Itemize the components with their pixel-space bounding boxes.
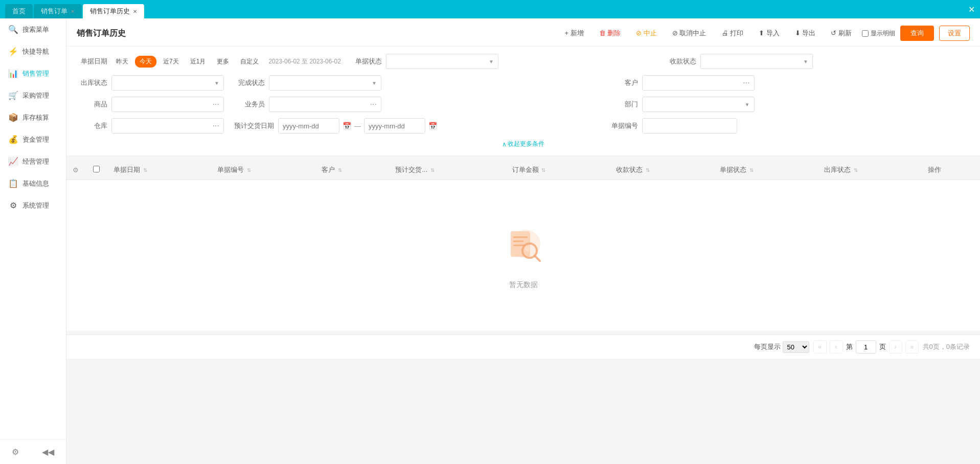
complete-status-select[interactable]: ▼ <box>269 75 381 91</box>
sidebar-item-basic-info-label: 基础信息 <box>22 179 49 188</box>
sidebar-collapse-icon[interactable]: ◀◀ <box>39 444 57 460</box>
new-button[interactable]: + 新增 <box>559 26 588 40</box>
query-button[interactable]: 查询 <box>900 26 934 41</box>
filter-row-3: 商品 ··· 业务员 ··· 部门 <box>77 97 970 112</box>
tab-home-label: 首页 <box>12 7 26 16</box>
date-from-input[interactable] <box>278 118 339 134</box>
page-title: 销售订单历史 <box>77 28 126 39</box>
pill-custom[interactable]: 自定义 <box>236 56 263 68</box>
settings-button[interactable]: 设置 <box>939 26 970 41</box>
collapse-button[interactable]: ∧ 收起更多条件 <box>77 140 970 148</box>
table-header: ⚙ 单据日期 ⇅ 单据编号 ⇅ <box>66 160 980 180</box>
sidebar-item-purchase-mgmt[interactable]: 🛒 采购管理 <box>0 84 66 106</box>
sidebar-bottom: ⚙ ◀◀ <box>0 439 66 464</box>
product-select[interactable]: ··· <box>111 97 224 112</box>
sort-payment-icon[interactable]: ⇅ <box>646 167 650 173</box>
filter-item-order-number: 单据编号 <box>607 118 970 134</box>
last-page-button[interactable]: » <box>905 340 919 353</box>
window-close-icon[interactable]: ✕ <box>968 5 975 14</box>
salesperson-dots[interactable]: ··· <box>370 100 377 109</box>
sidebar-item-operations[interactable]: 📈 经营管理 <box>0 150 66 172</box>
sort-customer-icon[interactable]: ⇅ <box>338 167 342 173</box>
export-button[interactable]: ⬇ 导出 <box>790 26 821 40</box>
sidebar-item-quick-nav[interactable]: ⚡ 快捷导航 <box>0 40 66 62</box>
sort-number-icon[interactable]: ⇅ <box>247 167 251 173</box>
empty-state: 暂无数据 <box>66 180 980 330</box>
col-delivery-status: 出库状态 ⇅ <box>818 160 922 180</box>
sidebar-item-system-mgmt[interactable]: ⚙ 系统管理 <box>0 194 66 216</box>
order-status-chevron: ▼ <box>489 59 494 64</box>
pill-today[interactable]: 今天 <box>135 56 156 68</box>
department-select[interactable]: ▼ <box>642 97 755 112</box>
quick-nav-icon: ⚡ <box>8 47 18 56</box>
delete-button[interactable]: 🗑 删除 <box>594 26 626 40</box>
display-columns-checkbox[interactable] <box>862 30 869 37</box>
payment-status-select[interactable]: ▼ <box>700 54 813 69</box>
filter-row-2: 出库状态 ▼ 完成状态 ▼ 客户 <box>77 75 970 91</box>
data-table: ⚙ 单据日期 ⇅ 单据编号 ⇅ <box>66 160 980 330</box>
warehouse-select[interactable]: ··· <box>111 118 224 134</box>
refresh-button[interactable]: ↺ 刷新 <box>826 26 857 40</box>
sort-delivery-status-icon[interactable]: ⇅ <box>854 167 858 173</box>
product-dots[interactable]: ··· <box>213 100 219 109</box>
sidebar-item-inventory[interactable]: 📦 库存核算 <box>0 106 66 128</box>
warehouse-label: 仓库 <box>77 121 107 130</box>
pill-7days[interactable]: 近7天 <box>158 56 184 68</box>
sidebar-item-basic-info[interactable]: 📋 基础信息 <box>0 172 66 194</box>
tab-sales-order-history-label: 销售订单历史 <box>90 7 130 16</box>
sidebar-item-finance[interactable]: 💰 资金管理 <box>0 128 66 150</box>
tab-home[interactable]: 首页 <box>5 4 33 18</box>
salesperson-select[interactable]: ··· <box>269 97 381 112</box>
date-from-calendar-icon[interactable]: 📅 <box>343 122 351 130</box>
complete-status-label: 完成状态 <box>234 78 265 87</box>
col-date: 单据日期 ⇅ <box>107 160 211 180</box>
pill-more[interactable]: 更多 <box>212 56 234 68</box>
sort-date-icon[interactable]: ⇅ <box>143 167 147 173</box>
filter-item-order-status: 单据状态 ▼ <box>351 54 655 69</box>
first-page-button[interactable]: « <box>813 340 827 353</box>
filter-item-date: 单据日期 昨天 今天 近7天 近1月 更多 自定义 2023-06-02 至 2… <box>77 56 341 68</box>
sidebar-item-search-menu[interactable]: 🔍 搜索菜单 <box>0 18 66 40</box>
page-size-dropdown[interactable]: 20 50 100 <box>783 341 809 353</box>
delivery-status-select[interactable]: ▼ <box>111 75 224 91</box>
next-page-button[interactable]: › <box>889 340 902 353</box>
main-layout: 🔍 搜索菜单 ⚡ 快捷导航 📊 销售管理 🛒 采购管理 📦 库存核算 💰 资金管… <box>0 18 980 464</box>
stop-button[interactable]: ⊘ 中止 <box>631 26 662 40</box>
import-button[interactable]: ⬆ 导入 <box>754 26 785 40</box>
page-input[interactable] <box>856 340 876 353</box>
filter-item-complete-status: 完成状态 ▼ <box>234 75 597 91</box>
pill-yesterday[interactable]: 昨天 <box>111 56 133 68</box>
prev-page-button[interactable]: ‹ <box>830 340 843 353</box>
sort-order-status-icon[interactable]: ⇅ <box>749 167 754 173</box>
empty-state-row: 暂无数据 <box>66 180 980 331</box>
order-number-input[interactable] <box>642 118 737 134</box>
sort-delivery-icon[interactable]: ⇅ <box>430 167 435 173</box>
date-to-input[interactable] <box>364 118 425 134</box>
display-columns-toggle[interactable]: 显示明细 <box>862 29 895 38</box>
tab-sales-order-close[interactable]: ✕ <box>71 9 75 14</box>
sidebar-settings-icon[interactable]: ⚙ <box>9 444 22 460</box>
table-settings-icon[interactable]: ⚙ <box>73 166 79 174</box>
sort-amount-icon[interactable]: ⇅ <box>541 167 545 173</box>
sidebar-item-quick-nav-label: 快捷导航 <box>22 47 49 56</box>
date-to-calendar-icon[interactable]: 📅 <box>428 122 437 130</box>
date-range-text: 2023-06-02 至 2023-06-02 <box>268 57 340 66</box>
page-size-label: 每页显示 <box>754 342 781 351</box>
sidebar-item-sales-mgmt[interactable]: 📊 销售管理 <box>0 62 66 84</box>
pill-1month[interactable]: 近1月 <box>186 56 211 68</box>
order-status-select[interactable]: ▼ <box>386 54 498 69</box>
filter-item-payment-status: 收款状态 ▼ <box>666 54 970 69</box>
col-amount: 订单金额 ⇅ <box>506 160 610 180</box>
tab-sales-order-history-close[interactable]: ✕ <box>133 9 137 14</box>
cancel-stop-button[interactable]: ⊘ 取消中止 <box>667 26 712 40</box>
print-button[interactable]: 🖨 打印 <box>717 26 749 40</box>
tab-sales-order-history[interactable]: 销售订单历史 ✕ <box>83 4 144 18</box>
delivery-status-label: 出库状态 <box>77 78 107 87</box>
tab-sales-order[interactable]: 销售订单 ✕ <box>34 4 82 18</box>
customer-select[interactable]: ··· <box>642 75 755 91</box>
warehouse-dots[interactable]: ··· <box>213 121 219 130</box>
order-number-label: 单据编号 <box>607 121 638 130</box>
date-label: 单据日期 <box>77 57 107 66</box>
select-all-checkbox[interactable] <box>93 166 100 172</box>
customer-dots[interactable]: ··· <box>743 78 749 87</box>
